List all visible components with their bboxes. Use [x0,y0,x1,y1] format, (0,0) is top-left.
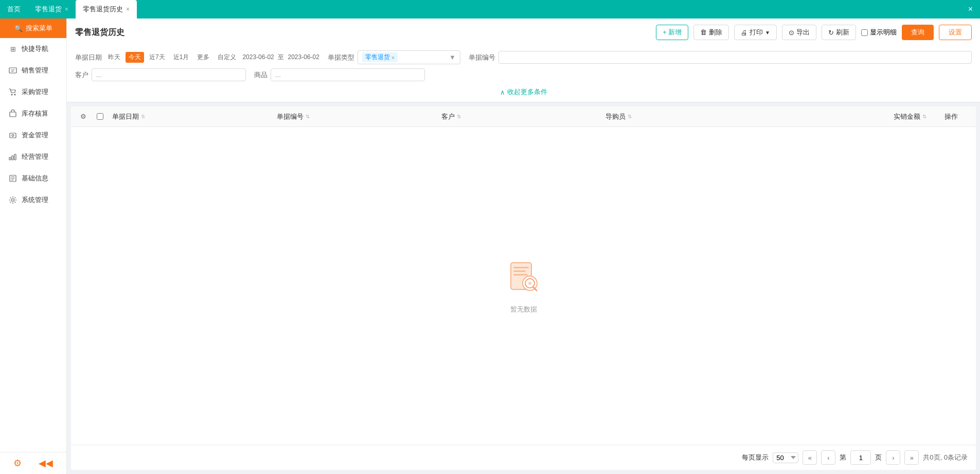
settings-gear-icon[interactable]: ⚙ [13,458,22,469]
goods-label: 商品 [254,70,268,80]
svg-point-10 [12,199,14,202]
doc-number-input[interactable] [498,51,972,64]
setting-button[interactable]: 设置 [939,25,972,40]
sidebar-search[interactable]: 🔍 搜索菜单 [0,19,66,38]
svg-rect-3 [10,112,16,117]
page-last-btn[interactable]: » [904,450,919,465]
sales-icon [8,66,17,75]
toolbar-actions: + 新增 🗑 删除 🖨 打印 ▼ ⊙ 导出 ↻ 刷新 [656,25,972,40]
svg-rect-12 [513,267,529,268]
sidebar-item-label: 销售管理 [22,66,48,75]
basic-info-icon [8,174,17,183]
page-next-btn[interactable]: › [886,450,900,465]
show-detail-input[interactable] [861,29,868,36]
tab-return-close[interactable]: × [65,6,68,13]
empty-text: 暂无数据 [510,305,537,314]
sound-icon[interactable]: ◀◀ [39,458,53,469]
date-range: 2023-06-02 至 2023-06-02 [242,53,319,62]
customer-input[interactable]: ... [92,68,246,81]
sidebar-item-capital-mgmt[interactable]: 资金管理 [0,124,66,146]
sidebar-item-label: 资金管理 [22,131,48,140]
table-header: ⚙ 单据日期 ⇅ 单据编号 ⇅ 客户 ⇅ 导购员 ⇅ [71,106,976,127]
table-select-all[interactable] [92,113,108,120]
print-icon: 🖨 [741,29,747,37]
tab-home[interactable]: 首页 [0,0,28,19]
quick-nav-icon: ⊞ [8,44,17,53]
th-ops: 操作 [931,112,972,121]
date-shortcuts: 昨天 今天 近7天 近1月 更多 自定义 [105,52,239,63]
sidebar-item-operations-mgmt[interactable]: 经营管理 [0,146,66,168]
sidebar-item-system-mgmt[interactable]: 系统管理 [0,189,66,211]
page-first-btn[interactable]: « [803,450,817,465]
tab-close-all[interactable]: × [968,5,980,14]
purchase-icon [8,87,17,97]
svg-point-18 [528,282,531,285]
sort-customer-icon[interactable]: ⇅ [457,114,461,119]
show-detail-label: 显示明细 [870,28,897,37]
date-7days[interactable]: 近7天 [146,52,168,63]
empty-state: 暂无数据 [71,127,976,445]
date-today[interactable]: 今天 [126,52,144,63]
date-custom[interactable]: 自定义 [215,52,239,63]
sidebar-bottom: ⚙ ◀◀ [0,452,66,474]
date-more[interactable]: 更多 [194,52,212,63]
sidebar-item-label: 采购管理 [22,87,48,97]
doc-number-label: 单据编号 [469,53,495,62]
sort-amount-icon[interactable]: ⇅ [922,114,926,119]
date-yesterday[interactable]: 昨天 [105,52,123,63]
page-number-input[interactable]: 1 [850,450,871,465]
goods-filter: 商品 ... [254,68,425,81]
svg-rect-0 [9,68,16,73]
tab-return[interactable]: 零售退货 × [28,0,76,19]
sidebar-item-sales-mgmt[interactable]: 销售管理 [0,60,66,81]
goods-input[interactable]: ... [271,68,425,81]
sidebar-search-label: 搜索菜单 [26,24,52,33]
table-settings-icon[interactable]: ⚙ [75,113,92,120]
export-button[interactable]: ⊙ 导出 [782,25,816,40]
sidebar-item-basic-info[interactable]: 基础信息 [0,168,66,189]
sidebar-item-inventory[interactable]: 库存核算 [0,103,66,124]
delete-button[interactable]: 🗑 删除 [693,25,729,40]
per-page-label: 每页显示 [742,453,769,462]
select-all-checkbox[interactable] [97,113,103,120]
collapse-btn[interactable]: ∧ 收起更多条件 [75,85,972,99]
customer-label: 客户 [75,70,88,80]
doc-type-tag: 零售退货 × [362,52,398,62]
svg-rect-13 [513,270,526,272]
page-title-row: 零售退货历史 + 新增 🗑 删除 🖨 打印 ▼ ⊙ 导出 ↻ [75,25,972,40]
th-date: 单据日期 ⇅ [108,112,273,121]
tab-bar: 首页 零售退货 × 零售退货历史 × × [0,0,980,19]
tab-return-history[interactable]: 零售退货历史 × [76,0,137,19]
refresh-button[interactable]: ↻ 刷新 [822,25,856,40]
sidebar-item-label: 快捷导航 [22,44,48,53]
table-container: ⚙ 单据日期 ⇅ 单据编号 ⇅ 客户 ⇅ 导购员 ⇅ [71,106,976,470]
sidebar-item-purchase-mgmt[interactable]: 采购管理 [0,81,66,103]
capital-icon [8,131,17,140]
print-button[interactable]: 🖨 打印 ▼ [734,25,777,40]
th-customer: 客户 ⇅ [437,112,602,121]
sidebar-item-label: 经营管理 [22,152,48,161]
add-button[interactable]: + 新增 [656,25,688,40]
system-icon [8,195,17,205]
doc-type-tag-close[interactable]: × [391,54,395,61]
inventory-icon [8,109,17,118]
page-prev-btn[interactable]: ‹ [821,450,835,465]
sort-guide-icon[interactable]: ⇅ [628,114,632,119]
th-number: 单据编号 ⇅ [273,112,437,121]
per-page-select[interactable]: 20 50 100 [773,452,798,463]
sort-date-icon[interactable]: ⇅ [141,114,145,119]
total-info: 共0页, 0条记录 [923,453,968,462]
doc-type-select[interactable]: 零售退货 × ▼ [358,50,460,64]
sort-number-icon[interactable]: ⇅ [306,114,310,119]
svg-rect-14 [513,274,528,276]
date-filter-label: 单据日期 [75,53,102,62]
sidebar-item-quick-nav[interactable]: ⊞ 快捷导航 [0,38,66,60]
tab-return-history-close[interactable]: × [126,6,130,13]
svg-rect-7 [12,156,13,160]
date-1month[interactable]: 近1月 [170,52,192,63]
show-detail-checkbox[interactable]: 显示明细 [861,28,897,37]
svg-point-1 [11,94,12,95]
svg-rect-6 [9,157,11,160]
query-button[interactable]: 查询 [902,25,934,40]
svg-point-2 [14,94,15,95]
